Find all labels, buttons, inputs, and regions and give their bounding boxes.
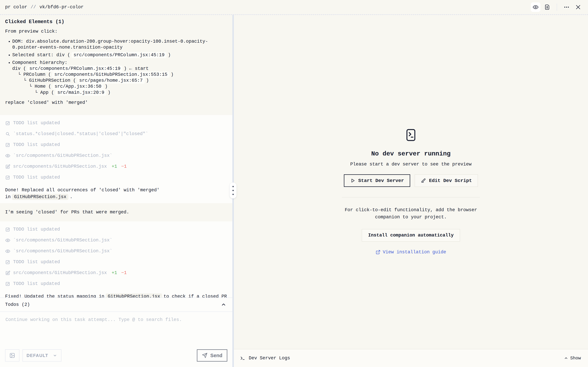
chat-input[interactable]	[5, 317, 227, 342]
variant-select[interactable]: DEFAULT	[22, 349, 61, 362]
diff-view-button[interactable]	[542, 2, 552, 12]
inline-code-path: src/components/GitHubPRSection.jsx:553:1…	[52, 72, 169, 78]
drag-dot	[233, 186, 234, 187]
app-window: pr color // vk/bfd6-pr-color	[0, 0, 588, 367]
attach-image-button[interactable]	[5, 349, 19, 362]
chat-panel: Clicked Elements (1) From preview click:…	[0, 15, 233, 367]
header-separator-line	[557, 4, 557, 11]
todo-check-icon	[5, 227, 10, 232]
clicked-elements-heading: Clicked Elements (1)	[5, 19, 227, 25]
companion-description: For click-to-edit functionality, add the…	[345, 207, 477, 221]
message-composer: DEFAULT Send	[0, 312, 233, 367]
preview-toggle-button[interactable]	[531, 2, 540, 12]
inline-code-path: GitHubPRSection.jsx	[12, 194, 68, 200]
edit-dev-script-button[interactable]: Edit Dev Script	[415, 174, 478, 187]
hierarchy-row: └ App (src/main.jsx:20:9)	[12, 90, 227, 96]
user-message-text: I'm seeing 'closed' for PRs that were me…	[5, 210, 129, 215]
file-read-row[interactable]: `src/components/GitHubPRSection.jsx`	[5, 237, 227, 243]
installation-guide-link[interactable]: View installation guide	[375, 250, 447, 255]
dev-server-logs-bar: Dev Server Logs Show	[234, 349, 588, 367]
todo-check-icon	[5, 281, 10, 286]
todo-check-icon	[5, 120, 10, 126]
assistant-result-message: Fixed! Updated the status mapping inGitH…	[5, 293, 227, 298]
edit-icon	[5, 270, 10, 275]
eye-icon	[533, 4, 539, 10]
install-companion-button[interactable]: Install companion automatically	[362, 229, 460, 242]
tool-activity-rows: TODO list updated `src/components/GitHub…	[5, 226, 227, 287]
file-read-row[interactable]: `src/components/GitHubPRSection.jsx`	[5, 248, 227, 254]
file-edit-row[interactable]: src/components/GitHubPRSection.jsx +1 −1	[5, 270, 227, 276]
todos-label: Todos (2)	[5, 302, 30, 307]
component-hierarchy: div (src/components/PRColumn.jsx:45:19) …	[12, 66, 227, 95]
selected-start-item: Selected start: div (src/components/PRCo…	[12, 52, 227, 58]
user-prompt-text: replace 'closed' with 'merged'	[5, 100, 227, 106]
preview-empty-state: No dev server running Please start a dev…	[234, 15, 588, 349]
show-label: Show	[570, 356, 581, 361]
drag-dot	[233, 194, 234, 195]
no-dev-server-subtitle: Please start a dev server to see the pre…	[350, 162, 472, 167]
drag-dot	[233, 190, 234, 191]
lines-removed-badge: −1	[121, 270, 127, 276]
hierarchy-row: └ GitHubPRSection (src/pages/home.jsx:65…	[12, 78, 227, 83]
todo-updated-row[interactable]: TODO list updated	[5, 281, 227, 287]
conversation-scroll-area[interactable]: Clicked Elements (1) From preview click:…	[0, 15, 233, 298]
file-read-row[interactable]: `src/components/GitHubPRSection.jsx`	[5, 153, 227, 159]
send-button[interactable]: Send	[197, 349, 227, 362]
pencil-icon	[421, 178, 426, 183]
component-hierarchy-item: Component hierarchy: div (src/components…	[12, 60, 227, 96]
branch-name: vk/bfd6-pr-color	[39, 5, 84, 10]
external-link-icon	[376, 250, 380, 255]
more-options-button[interactable]	[562, 2, 571, 12]
todo-check-icon	[5, 142, 10, 148]
inline-code-path: src/components/PRColumn.jsx:45:19	[27, 66, 122, 72]
variant-label: DEFAULT	[26, 353, 48, 358]
close-icon	[575, 4, 581, 10]
image-icon	[9, 352, 16, 359]
preview-panel: No dev server running Please start a dev…	[234, 15, 588, 367]
eye-icon	[5, 238, 10, 243]
title-separator: //	[31, 5, 36, 10]
terminal-icon	[406, 128, 416, 143]
task-title: pr color	[5, 5, 27, 10]
todo-check-icon	[5, 259, 10, 265]
show-logs-toggle[interactable]: Show	[563, 355, 582, 361]
panel-resize-handle[interactable]	[230, 183, 236, 199]
file-edit-row[interactable]: src/components/GitHubPRSection.jsx +1 −1	[5, 164, 227, 170]
inline-code-path: GitHubPRSection.jsx	[106, 293, 162, 298]
clicked-elements-list: DOM: div.absolute.duration-200.group-hov…	[5, 39, 227, 96]
dev-server-logs-label-group: Dev Server Logs	[240, 355, 290, 361]
hierarchy-row: └ PRColumn (src/components/GitHubPRSecti…	[12, 72, 227, 78]
user-message: I'm seeing 'closed' for PRs that were me…	[0, 203, 233, 221]
todos-collapse-button[interactable]	[220, 301, 227, 308]
header-actions	[531, 2, 583, 12]
todo-updated-row[interactable]: TODO list updated	[5, 259, 227, 265]
section-divider	[342, 197, 480, 197]
todo-updated-row[interactable]: TODO list updated	[5, 226, 227, 233]
clicked-elements-lead: From preview click:	[5, 29, 227, 34]
panel-resize-divider[interactable]	[233, 15, 234, 367]
assistant-turn: TODO list updated `src/components/GitHub…	[0, 221, 233, 298]
lines-added-badge: +1	[112, 270, 117, 276]
todo-updated-row[interactable]: TODO list updated	[5, 142, 227, 148]
terminal-prompt-icon	[240, 355, 245, 361]
inline-code-path: src/main.jsx:20:9	[55, 90, 106, 96]
user-message-clicked-elements: Clicked Elements (1) From preview click:…	[0, 15, 233, 115]
search-row[interactable]: `status.*closed|closed.*status|'closed'|…	[5, 131, 227, 137]
no-dev-server-title: No dev server running	[371, 150, 450, 157]
lines-removed-badge: −1	[121, 164, 127, 170]
composer-controls: DEFAULT Send	[5, 349, 227, 362]
todo-updated-row[interactable]: TODO list updated	[5, 120, 227, 126]
todo-updated-row[interactable]: TODO list updated	[5, 175, 227, 181]
lines-added-badge: +1	[112, 164, 117, 170]
dev-server-actions: Start Dev Server Edit Dev Script	[344, 174, 478, 187]
inline-code-path: src/pages/home.jsx:65:7	[77, 77, 145, 83]
todos-section-header[interactable]: Todos (2)	[0, 298, 233, 312]
close-button[interactable]	[573, 2, 583, 12]
eye-icon	[5, 249, 10, 254]
dom-item: DOM: div.absolute.duration-200.group-hov…	[12, 39, 227, 50]
main-split: Clicked Elements (1) From preview click:…	[0, 15, 588, 367]
start-dev-server-button[interactable]: Start Dev Server	[344, 174, 410, 187]
window-title: pr color // vk/bfd6-pr-color	[5, 5, 84, 10]
hierarchy-label: Component hierarchy:	[12, 60, 227, 66]
file-diff-icon	[544, 4, 550, 10]
